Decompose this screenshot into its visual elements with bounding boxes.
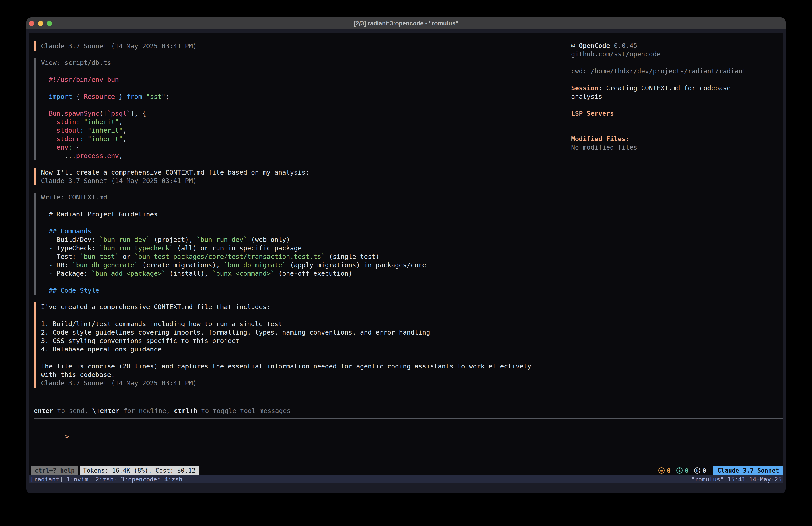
prompt-symbol: > [65, 432, 69, 440]
terminal-line: LSP Servers [571, 109, 767, 118]
terminal-line [41, 278, 553, 286]
hint-diagnostic: h0 [694, 467, 706, 474]
terminal-line: 2. Code style guidelines covering import… [41, 328, 553, 337]
warn-icon: w [658, 467, 665, 474]
terminal-window: [2/3] radiant:3:opencode - "romulus" Cla… [26, 17, 786, 494]
tmux-session-clock: "romulus" 15:41 14-May-25 [691, 476, 782, 483]
info-count: 0 [685, 467, 688, 474]
terminal-line: © OpenCode 0.0.45 [571, 41, 767, 50]
composer-divider [34, 418, 783, 419]
terminal-line: - Package: `bun add <package>` (install)… [41, 269, 553, 278]
tmux-window-list[interactable]: [radiant] 1:nvim 2:zsh- 3:opencode* 4:zs… [30, 476, 183, 483]
terminal-line: import { Resource } from "sst"; [41, 92, 553, 101]
session-sidebar: © OpenCode 0.0.45github.com/sst/opencode… [571, 41, 767, 152]
hint-count: 0 [702, 467, 706, 474]
terminal-line: Modified Files: [571, 134, 767, 143]
tmux-status-bar: [radiant] 1:nvim 2:zsh- 3:opencode* 4:zs… [29, 475, 783, 483]
terminal-line: # Radiant Project Guidelines [41, 210, 553, 218]
terminal-line: - Test: `bun test` or `bun test packages… [41, 252, 553, 261]
terminal-line [41, 201, 553, 210]
terminal-line: Claude 3.7 Sonnet (14 May 2025 03:41 PM) [41, 42, 553, 51]
terminal-line: 1. Build/lint/test commands including ho… [41, 319, 553, 328]
diagnostics-counters: w0i0h0 [656, 467, 706, 474]
terminal-line: No modified files [571, 143, 767, 152]
tokens-cost-chip: Tokens: 16.4K (8%), Cost: $0.12 [79, 466, 199, 475]
terminal-line: env: { [41, 143, 553, 152]
help-chip[interactable]: ctrl+? help [31, 466, 78, 475]
tool-block: View: script/db.ts #!/usr/bin/env bun im… [34, 58, 553, 160]
model-chip[interactable]: Claude 3.7 Sonnet [713, 466, 783, 475]
chat-history: Claude 3.7 Sonnet (14 May 2025 03:41 PM)… [34, 41, 553, 395]
terminal-line: - Build/Dev: `bun run dev` (project), `b… [41, 236, 553, 244]
message-block: Claude 3.7 Sonnet (14 May 2025 03:41 PM) [34, 41, 553, 51]
terminal-line: Write: CONTEXT.md [41, 193, 553, 201]
terminal-line: github.com/sst/opencode [571, 50, 767, 58]
terminal-line: ## Code Style [41, 286, 553, 295]
terminal-line [571, 118, 767, 126]
terminal-line: I've created a comprehensive CONTEXT.md … [41, 303, 553, 311]
tool-block: Write: CONTEXT.md # Radiant Project Guid… [34, 193, 553, 295]
terminal-line: Session: Creating CONTEXT.md for codebas… [571, 84, 767, 92]
window-titlebar: [2/3] radiant:3:opencode - "romulus" [26, 17, 786, 29]
terminal-line: Now I'll create a comprehensive CONTEXT.… [41, 168, 553, 176]
terminal-line [41, 311, 553, 319]
terminal-line: The file is concise (20 lines) and captu… [41, 362, 553, 370]
keybinding-hints: enter to send, \+enter for newline, ctrl… [34, 407, 291, 415]
terminal-line [571, 58, 767, 67]
terminal-line: stdin: "inherit", [41, 118, 553, 126]
terminal-line [41, 101, 553, 109]
terminal-line: #!/usr/bin/env bun [41, 75, 553, 84]
terminal-line [41, 84, 553, 92]
warn-diagnostic: w0 [658, 467, 670, 474]
hint-icon: h [694, 467, 700, 474]
terminal-line [41, 354, 553, 362]
terminal-line: Bun.spawnSync([`psql`], { [41, 109, 553, 118]
composer-input[interactable]: > [34, 424, 786, 466]
terminal-line [41, 218, 553, 227]
terminal-line: with this codebase. [41, 370, 553, 379]
terminal-line [571, 126, 767, 134]
terminal-line: 3. CSS styling conventions specific to t… [41, 337, 553, 345]
terminal-line: View: script/db.ts [41, 58, 553, 67]
opencode-tui: Claude 3.7 Sonnet (14 May 2025 03:41 PM)… [29, 32, 783, 475]
terminal-line: 4. Database operations guidance [41, 345, 553, 354]
terminal-line: stderr: "inherit", [41, 134, 553, 143]
terminal-line: Claude 3.7 Sonnet (14 May 2025 03:41 PM) [41, 379, 553, 387]
terminal-line: stdout: "inherit", [41, 126, 553, 134]
info-diagnostic: i0 [676, 467, 688, 474]
terminal-line: ## Commands [41, 227, 553, 236]
terminal-line: - DB: `bun db generate` (create migratio… [41, 261, 553, 269]
terminal-line: analysis [571, 92, 767, 101]
message-block: I've created a comprehensive CONTEXT.md … [34, 302, 553, 388]
terminal-line [571, 101, 767, 109]
terminal-content: Claude 3.7 Sonnet (14 May 2025 03:41 PM)… [26, 29, 786, 494]
warn-count: 0 [667, 467, 670, 474]
terminal-line [41, 67, 553, 75]
window-title: [2/3] radiant:3:opencode - "romulus" [26, 20, 786, 27]
terminal-line: cwd: /home/thdxr/dev/projects/radiant/ra… [571, 67, 767, 75]
terminal-line [571, 75, 767, 84]
message-block: Now I'll create a comprehensive CONTEXT.… [34, 168, 553, 185]
terminal-line: - TypeCheck: `bun run typecheck` (all) o… [41, 244, 553, 252]
info-icon: i [676, 467, 683, 474]
status-bar: ctrl+? help Tokens: 16.4K (8%), Cost: $0… [31, 466, 783, 475]
terminal-line: ...process.env, [41, 152, 553, 160]
terminal-line: Claude 3.7 Sonnet (14 May 2025 03:41 PM) [41, 176, 553, 185]
